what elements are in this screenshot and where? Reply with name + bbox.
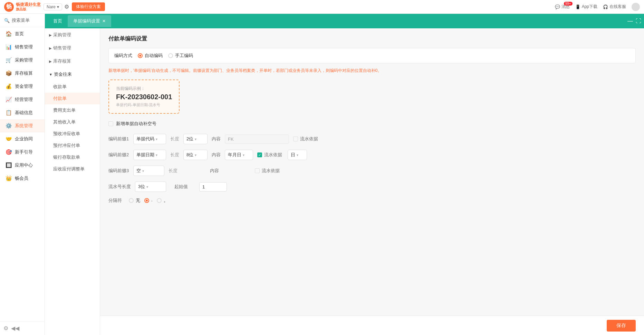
sep-none-dot bbox=[129, 198, 134, 203]
sidebar-item-apps-label: 应用中心 bbox=[15, 162, 33, 168]
sub-nav-other-income[interactable]: 其他收入单 bbox=[45, 116, 100, 128]
search-menu[interactable]: 🔍 搜索菜单 bbox=[0, 14, 45, 27]
sep-dot-label: · bbox=[151, 198, 153, 203]
chevron-right-icon3: ▶ bbox=[49, 59, 52, 63]
settings-bottom-icon[interactable]: ⚙ bbox=[3, 325, 8, 332]
sidebar-item-member[interactable]: 👑 畅会员 bbox=[0, 172, 45, 185]
sub-nav-payment[interactable]: 付款单 bbox=[45, 93, 100, 104]
sub-nav-group-capital[interactable]: ▼ 资金往来 bbox=[45, 68, 100, 81]
tab-home[interactable]: 首页 bbox=[48, 15, 68, 27]
start-value-input[interactable] bbox=[199, 182, 227, 192]
sub-nav-pre-payable[interactable]: 预付冲应付单 bbox=[45, 140, 100, 151]
page-content: ▶ 采购管理 ▶ 销售管理 ▶ 库存核算 ▼ 资金往来 收款单 bbox=[45, 28, 644, 335]
collapse-icon[interactable]: ◀◀ bbox=[11, 325, 19, 332]
stream2-period-select[interactable]: 日 ▾ bbox=[288, 150, 307, 160]
sub-nav-adjustment[interactable]: 应收应付调整单 bbox=[45, 163, 100, 175]
stream2-checkbox[interactable]: ✓ 流水依据 bbox=[257, 152, 282, 158]
prefix-row-1: 编码前缀1 单据代码 ▾ 长度 2位 ▾ 内容 bbox=[108, 134, 636, 144]
save-button[interactable]: 保存 bbox=[607, 320, 636, 332]
length1-select[interactable]: 2位 ▾ bbox=[183, 134, 208, 144]
stream3-label: 流水依据 bbox=[262, 168, 280, 174]
prefix2-select[interactable]: 单据日期 ▾ bbox=[133, 150, 166, 160]
tabbar-maximize-btn[interactable]: ⛶ bbox=[636, 18, 641, 24]
sidebar-item-inventory[interactable]: 📦 库存核算 bbox=[0, 67, 45, 80]
length1-arrow-icon: ▾ bbox=[195, 137, 196, 141]
prefix3-label: 编码前缀3 bbox=[108, 168, 129, 174]
tabbar-minimize-btn[interactable]: — bbox=[627, 18, 633, 24]
sep-none-label: 无 bbox=[136, 197, 140, 204]
sep-dash-radio[interactable]: 。 bbox=[157, 197, 168, 204]
prefix1-arrow-icon: ▾ bbox=[156, 137, 157, 141]
sub-nav-group-purchase-label: 采购管理 bbox=[53, 32, 71, 38]
settings-icon[interactable]: ⚙ bbox=[64, 3, 69, 10]
serial-length-arrow-icon: ▾ bbox=[146, 185, 148, 189]
serial-length-select[interactable]: 3位 ▾ bbox=[135, 182, 166, 192]
serial-length-label: 流水号长度 bbox=[108, 184, 131, 190]
app-download-btn[interactable]: 📱 App下载 bbox=[575, 4, 597, 10]
trial-button[interactable]: 体验行业方案 bbox=[72, 2, 105, 11]
sidebar-item-home[interactable]: 🏠 首页 bbox=[0, 27, 45, 40]
sidebar-item-home-label: 首页 bbox=[15, 31, 24, 37]
manual-code-label: 手工编码 bbox=[175, 53, 193, 59]
sidebar-bottom: ⚙ ◀◀ bbox=[0, 321, 45, 335]
sidebar-item-enterprise-label: 企业协同 bbox=[15, 136, 33, 142]
service-label: 在线客服 bbox=[609, 4, 626, 10]
sidebar-item-enterprise[interactable]: 🤝 企业协同 bbox=[0, 132, 45, 146]
separator-label: 分隔符 bbox=[108, 197, 122, 204]
search-icon: 🔍 bbox=[4, 18, 10, 23]
sidebar: 🔍 搜索菜单 🏠 首页 📊 销售管理 🛒 采购管理 📦 库存核算 💰 资金管理 … bbox=[0, 14, 45, 335]
purchase-icon: 🛒 bbox=[6, 57, 12, 63]
sub-nav-bank[interactable]: 银行存取款单 bbox=[45, 151, 100, 163]
finance-icon: 💰 bbox=[6, 83, 12, 90]
stream1-checkbox[interactable]: 流水依据 bbox=[293, 136, 318, 142]
sub-nav-expense[interactable]: 费用支出单 bbox=[45, 104, 100, 116]
sep-none-radio[interactable]: 无 bbox=[129, 197, 140, 204]
manual-code-radio[interactable]: 手工编码 bbox=[168, 53, 193, 59]
code-preview: 当前编码示例： FK-20230602-001 单据代码-单据日期-流水号 bbox=[108, 80, 180, 114]
sub-nav-receipt[interactable]: 收款单 bbox=[45, 81, 100, 93]
tab-home-label: 首页 bbox=[53, 18, 62, 24]
length1-label: 长度 bbox=[170, 136, 179, 142]
online-service-btn[interactable]: 🎧 在线客服 bbox=[603, 4, 626, 10]
topbar: 畅 畅捷通好生意 旗品版 Nare ▾ ⚙ 体验行业方案 💬 消息 99+ 📱 … bbox=[0, 0, 644, 14]
tab-encoding[interactable]: 单据编码设置 ✕ bbox=[68, 15, 111, 27]
sidebar-item-operations[interactable]: 📈 经营管理 bbox=[0, 93, 45, 106]
message-btn[interactable]: 💬 消息 99+ bbox=[555, 4, 570, 10]
home-icon: 🏠 bbox=[6, 31, 12, 37]
sidebar-item-guide[interactable]: 🎯 新手引导 bbox=[0, 146, 45, 159]
sep-dot-radio[interactable]: · bbox=[144, 198, 153, 203]
sidebar-item-purchase[interactable]: 🛒 采购管理 bbox=[0, 54, 45, 67]
message-badge: 99+ bbox=[564, 2, 573, 6]
sidebar-item-sales[interactable]: 📊 销售管理 bbox=[0, 40, 45, 54]
tab-close-icon[interactable]: ✕ bbox=[102, 19, 106, 24]
tab-encoding-label: 单据编码设置 bbox=[73, 18, 100, 24]
sidebar-item-basic-info[interactable]: 📋 基础信息 bbox=[0, 106, 45, 119]
prefix1-select[interactable]: 单据代码 ▾ bbox=[133, 134, 166, 144]
user-avatar[interactable] bbox=[632, 3, 640, 11]
auto-fill-checkbox[interactable] bbox=[108, 121, 113, 126]
chevron-down-icon: ▼ bbox=[49, 73, 52, 76]
prefix-row-3: 编码前缀3 空 ▾ 长度 ▾ 内容 bbox=[108, 166, 636, 176]
sub-nav-pre-receivable[interactable]: 预收冲应收单 bbox=[45, 128, 100, 140]
company-dropdown[interactable]: Nare ▾ bbox=[44, 3, 62, 10]
sep-dash-label: 。 bbox=[164, 197, 168, 204]
stream2-label: 流水依据 bbox=[264, 152, 282, 158]
sub-nav-expense-label: 费用支出单 bbox=[53, 108, 76, 113]
sub-nav-group-inventory[interactable]: ▶ 库存核算 bbox=[45, 55, 100, 68]
length2-select[interactable]: 8位 ▾ bbox=[183, 150, 208, 160]
page-title: 付款单编码设置 bbox=[108, 35, 636, 43]
sub-nav-group-sales[interactable]: ▶ 销售管理 bbox=[45, 41, 100, 55]
stream3-checkbox[interactable]: 流水依据 bbox=[255, 168, 280, 174]
content2-select[interactable]: 年月日 ▾ bbox=[225, 150, 253, 160]
sidebar-item-finance-label: 资金管理 bbox=[15, 83, 33, 90]
sidebar-item-system[interactable]: ⚙️ 系统管理 bbox=[0, 119, 45, 132]
content1-label: 内容 bbox=[212, 136, 221, 142]
sub-nav-group-purchase[interactable]: ▶ 采购管理 bbox=[45, 28, 100, 41]
message-icon: 💬 bbox=[555, 4, 560, 9]
prefix3-select[interactable]: 空 ▾ bbox=[133, 166, 164, 176]
sidebar-item-finance[interactable]: 💰 资金管理 bbox=[0, 80, 45, 93]
sub-nav-receipt-label: 收款单 bbox=[53, 84, 67, 89]
sidebar-item-apps[interactable]: 🔲 应用中心 bbox=[0, 159, 45, 172]
prefix1-label: 编码前缀1 bbox=[108, 136, 129, 142]
auto-code-radio[interactable]: 自动编码 bbox=[138, 53, 163, 59]
